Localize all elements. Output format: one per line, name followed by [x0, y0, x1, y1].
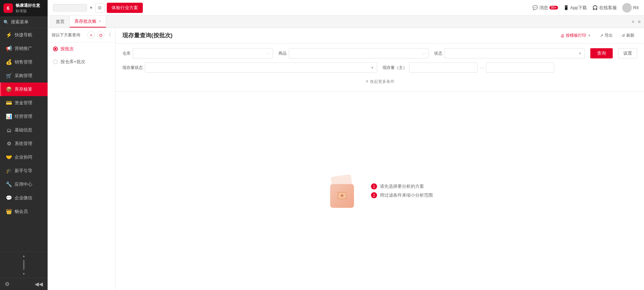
- filter-add-btn[interactable]: +: [87, 31, 95, 39]
- print-dropdown-icon: ▼: [588, 34, 591, 37]
- sidebar-item-label: 系统管理: [15, 141, 32, 147]
- settings-button[interactable]: 设置: [618, 48, 637, 58]
- wechat-icon: 💬: [6, 195, 12, 201]
- app-logo: 6: [3, 3, 13, 13]
- sidebar-item-basic[interactable]: 🗂 基础信息: [0, 123, 48, 137]
- print-label: 按模板打印: [566, 33, 586, 38]
- tab-panel-close: × ≡: [632, 19, 641, 24]
- sidebar-item-system[interactable]: ⚙ 系统管理: [0, 137, 48, 150]
- sidebar-item-purchase[interactable]: 🛒 采购管理: [0, 69, 48, 83]
- inventory-icon: 📦: [6, 86, 12, 92]
- sidebar-item-marketing[interactable]: 📢 营销推广: [0, 42, 48, 55]
- finance-icon: 💳: [6, 100, 12, 106]
- refresh-icon: ↺: [622, 33, 625, 38]
- search-button[interactable]: 查询: [590, 48, 613, 58]
- export-label: 导出: [605, 33, 613, 38]
- main-area: ▼ ⚙ 体验行业方案 💬 消息 99+ 📱 App下载 🎧 在线客服 Ri: [48, 0, 644, 290]
- apps-icon: 🔧: [6, 181, 12, 187]
- message-action[interactable]: 💬 消息 99+: [532, 5, 558, 11]
- topbar-settings-btn[interactable]: ⚙: [95, 3, 105, 13]
- sidebar-item-finance[interactable]: 💳 资金管理: [0, 96, 48, 110]
- search-row-2: 现存量状态 ▼ 现存量（主） —: [122, 62, 637, 73]
- chevron-up-icon: ∧: [366, 79, 369, 85]
- status-label: 状态: [434, 51, 442, 56]
- sidebar-item-business[interactable]: 📊 经营管理: [0, 110, 48, 123]
- search-menu-item[interactable]: 🔍 搜索菜单: [0, 16, 48, 28]
- export-icon: ↗: [600, 33, 603, 38]
- settings-footer-icon[interactable]: ⚙: [5, 281, 10, 287]
- company-info: 畅康通好生意 标准版: [16, 3, 44, 14]
- breadcrumb-input[interactable]: [53, 4, 87, 12]
- sidebar-item-label: 资金管理: [15, 100, 32, 106]
- sidebar-item-newbie[interactable]: 🎓 新手引导: [0, 164, 48, 178]
- filter-settings-icon: ⊙: [99, 33, 103, 38]
- scroll-down-btn[interactable]: ▼: [21, 271, 26, 276]
- tab-close-icon[interactable]: ×: [99, 19, 101, 24]
- sidebar-item-label: 库存核算: [15, 86, 32, 92]
- sidebar-item-quick-nav[interactable]: ⚡ 快捷导航: [0, 28, 48, 42]
- avatar: [622, 3, 632, 13]
- empty-tip-1: 1 请先选择要分析的方案: [371, 183, 433, 189]
- filter-panel: 按以下方案查询 + ⊙ 《 按批次 按仓库: [48, 28, 116, 290]
- close-panel-icon[interactable]: ×: [632, 19, 634, 24]
- tab-inventory-batch[interactable]: 库存批次账 ×: [70, 16, 106, 28]
- sidebar-item-label: 应用中心: [15, 181, 32, 187]
- sidebar-item-member[interactable]: 👑 畅会员: [0, 205, 48, 218]
- breadcrumb-dropdown-icon[interactable]: ▼: [89, 5, 93, 10]
- collapse-sidebar-icon[interactable]: ◀◀: [35, 281, 43, 287]
- sidebar-item-sales[interactable]: 💰 销售管理: [0, 55, 48, 69]
- online-service-action[interactable]: 🎧 在线客服: [592, 5, 617, 11]
- product-dots[interactable]: ···: [422, 51, 426, 56]
- empty-state: 1 请先选择要分析的方案 2 用过滤条件来缩小分析范围: [116, 92, 644, 290]
- filter-radio-batch: [53, 47, 58, 51]
- company-edition: 标准版: [16, 8, 44, 14]
- empty-tips: 1 请先选择要分析的方案 2 用过滤条件来缩小分析范围: [371, 183, 433, 198]
- tip-text-1: 请先选择要分析的方案: [380, 183, 424, 189]
- tab-inventory-batch-label: 库存批次账: [74, 18, 97, 24]
- main-panel: 现存量查询(按批次) 🖨 按模板打印 ▼ ↗ 导出 ↺ 刷新: [116, 28, 644, 290]
- user-name: Rit: [633, 5, 639, 10]
- sidebar-nav: ⚡ 快捷导航 📢 营销推广 💰 销售管理 🛒 采购管理 📦 库存核算 💳 资金管…: [0, 28, 48, 252]
- sales-icon: 💰: [6, 59, 12, 65]
- tab-home[interactable]: 首页: [51, 16, 70, 28]
- sidebar-header: 6 畅康通好生意 标准版: [0, 0, 48, 16]
- scroll-up-btn[interactable]: ▲: [21, 253, 26, 258]
- more-options-icon[interactable]: ≡: [638, 19, 641, 24]
- sidebar-item-inventory[interactable]: 📦 库存核算: [0, 83, 48, 96]
- app-download-action[interactable]: 📱 App下载: [563, 5, 587, 11]
- sidebar-item-wechat[interactable]: 💬 企业微信: [0, 191, 48, 205]
- export-btn[interactable]: ↗ 导出: [597, 31, 615, 40]
- purchase-icon: 🛒: [6, 73, 12, 79]
- sidebar-item-label: 企业微信: [15, 195, 32, 201]
- stock-status-chevron: ▼: [371, 66, 374, 70]
- product-field: 商品 ···: [278, 48, 429, 58]
- filter-header: 按以下方案查询 + ⊙ 《: [48, 28, 115, 42]
- sidebar-item-apps[interactable]: 🔧 应用中心: [0, 178, 48, 191]
- member-icon: 👑: [6, 209, 12, 215]
- status-dropdown[interactable]: ▼: [444, 48, 585, 58]
- sidebar-item-enterprise[interactable]: 🤝 企业协同: [0, 150, 48, 164]
- user-action[interactable]: Rit: [622, 3, 639, 13]
- filter-item-batch[interactable]: 按批次: [48, 42, 115, 55]
- stock-status-dropdown[interactable]: ▼: [145, 62, 377, 73]
- experience-btn[interactable]: 体验行业方案: [107, 3, 143, 13]
- filter-collapse-btn[interactable]: 《: [106, 32, 111, 38]
- warehouse-field: 仓库 ···: [122, 48, 273, 58]
- tip-number-1: 1: [371, 183, 377, 189]
- stock-qty-to[interactable]: [486, 62, 554, 73]
- sidebar-footer: ⚙ ◀◀: [0, 278, 48, 290]
- warehouse-input[interactable]: ···: [133, 48, 273, 58]
- print-btn[interactable]: 🖨 按模板打印 ▼: [558, 31, 594, 40]
- product-label: 商品: [278, 51, 287, 56]
- refresh-btn[interactable]: ↺ 刷新: [619, 31, 637, 40]
- warehouse-dots[interactable]: ···: [266, 51, 270, 56]
- product-input[interactable]: ···: [289, 48, 429, 58]
- tip-text-2: 用过滤条件来缩小分析范围: [380, 192, 433, 198]
- tabbar: 首页 库存批次账 × × ≡: [48, 16, 644, 28]
- empty-tip-2: 2 用过滤条件来缩小分析范围: [371, 192, 433, 198]
- filter-item-warehouse-batch[interactable]: 按仓库+批次: [48, 55, 115, 68]
- filter-settings-btn[interactable]: ⊙: [97, 31, 104, 39]
- stock-qty-from[interactable]: [409, 62, 477, 73]
- collapse-row[interactable]: ∧ 收起更多条件: [122, 77, 637, 87]
- scroll-thumb: [23, 260, 24, 270]
